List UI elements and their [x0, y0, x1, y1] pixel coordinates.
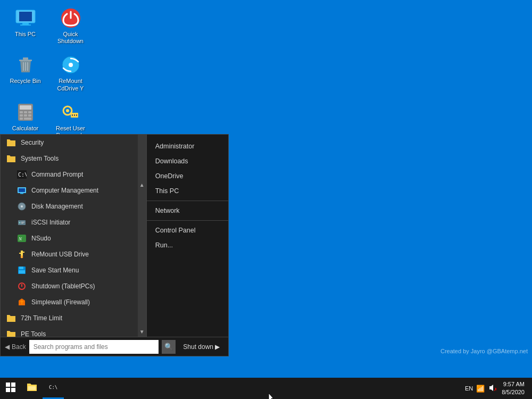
- svg-rect-38: [21, 223, 23, 223]
- search-icon: 🔍: [164, 343, 173, 351]
- start-menu-right-panel: Administrator Downloads OneDrive This PC…: [146, 135, 228, 337]
- remount-cddrive-label: ReMountCdDrive Y: [57, 78, 84, 92]
- recycle-bin-label: Recycle Bin: [10, 78, 40, 85]
- menu-item-nsudo[interactable]: N NSudo: [1, 230, 138, 246]
- usb-icon: [16, 249, 27, 260]
- desktop-icon-recycle-bin[interactable]: Recycle Bin: [5, 52, 45, 94]
- shutdown-icon: [16, 281, 27, 292]
- shutdown-arrow-icon: ▶: [215, 343, 220, 351]
- desktop-icon-remount-cddrive[interactable]: ReMountCdDrive Y: [51, 52, 90, 94]
- menu-item-computer-management[interactable]: Computer Management: [1, 182, 138, 198]
- menu-item-command-prompt[interactable]: C:\ Command Prompt: [1, 167, 138, 182]
- menu-item-simplewall[interactable]: Simplewall (Firewall): [1, 294, 138, 310]
- svg-rect-13: [20, 105, 31, 110]
- cmd-taskbar-icon: C:\: [48, 382, 59, 394]
- menu-item-security[interactable]: Security: [1, 135, 138, 151]
- svg-rect-3: [20, 24, 31, 26]
- svg-rect-37: [21, 222, 24, 222]
- svg-rect-41: [21, 251, 23, 256]
- language-icon[interactable]: EN: [465, 385, 473, 392]
- taskbar-clock[interactable]: 9:57 AM 8/5/2020: [498, 380, 528, 397]
- scroll-up-btn[interactable]: ▲: [138, 135, 146, 235]
- right-item-administrator[interactable]: Administrator: [147, 139, 228, 154]
- taskbar: C:\ EN 📶 ✗ 9:57 AM 8/5/2020: [0, 378, 532, 399]
- taskbar-right: EN 📶 ✗ 9:57 AM 8/5/2020: [465, 380, 532, 397]
- menu-item-72h[interactable]: 72h Time Limit: [1, 310, 138, 326]
- search-input[interactable]: [29, 340, 159, 354]
- svg-text:✗: ✗: [494, 387, 496, 392]
- svg-rect-50: [6, 383, 10, 387]
- svg-point-34: [21, 205, 23, 207]
- svg-rect-43: [19, 253, 21, 254]
- clock-date: 8/5/2020: [502, 388, 525, 396]
- back-arrow-icon: ◀: [5, 343, 10, 351]
- scroll-bar: ▲ ▼: [138, 135, 146, 337]
- remount-cddrive-icon: [60, 54, 81, 76]
- this-pc-label: This PC: [15, 31, 36, 38]
- svg-rect-5: [19, 60, 32, 61]
- right-item-network[interactable]: Network: [147, 203, 228, 218]
- svg-rect-52: [6, 388, 10, 392]
- menu-item-pe-tools[interactable]: PE Tools: [1, 326, 138, 337]
- right-item-onedrive[interactable]: OneDrive: [147, 169, 228, 184]
- cmd-icon: C:\: [16, 169, 27, 180]
- save-icon: [16, 265, 27, 276]
- right-item-this-pc[interactable]: This PC: [147, 184, 228, 198]
- right-item-control-panel[interactable]: Control Panel: [147, 223, 228, 238]
- right-item-run[interactable]: Run...: [147, 238, 228, 253]
- right-item-downloads[interactable]: Downloads: [147, 154, 228, 169]
- calculator-icon: [15, 102, 36, 123]
- svg-text:N: N: [18, 236, 22, 242]
- folder-icon-security: [6, 137, 16, 148]
- start-menu: Security System Tools: [0, 134, 229, 356]
- start-menu-bottom: ◀ Back 🔍 Shut down ▶: [1, 337, 228, 356]
- scroll-down-btn[interactable]: ▼: [138, 235, 146, 337]
- menu-item-system-tools[interactable]: System Tools: [1, 151, 138, 167]
- svg-point-42: [21, 256, 23, 258]
- menu-item-shutdown-tabletpcs[interactable]: Shutdown (TabletPCs): [1, 278, 138, 294]
- svg-rect-6: [23, 57, 28, 60]
- svg-rect-18: [24, 114, 27, 117]
- svg-rect-31: [19, 188, 25, 192]
- network-taskbar-icon[interactable]: 📶: [476, 385, 485, 393]
- quick-shutdown-label: Quick Shutdown: [53, 31, 88, 45]
- svg-rect-2: [22, 23, 29, 24]
- desktop-icon-quick-shutdown[interactable]: Quick Shutdown: [51, 5, 90, 47]
- back-button[interactable]: ◀ Back: [5, 343, 26, 351]
- nsudo-icon: N: [16, 233, 27, 244]
- folder-icon-pe-tools: [6, 329, 16, 337]
- svg-rect-51: [11, 383, 15, 387]
- desktop: This PC Quick Shutdown: [0, 0, 532, 378]
- svg-rect-54: [28, 386, 36, 390]
- svg-point-11: [69, 63, 73, 67]
- svg-rect-14: [20, 111, 23, 113]
- folder-icon-system-tools: [6, 153, 16, 164]
- svg-rect-17: [20, 114, 23, 117]
- taskbar-cmd[interactable]: C:\: [43, 378, 64, 399]
- svg-text:C:\: C:\: [49, 385, 57, 390]
- menu-item-save-start-menu[interactable]: Save Start Menu: [1, 262, 138, 278]
- right-divider-1: [147, 201, 228, 201]
- start-button[interactable]: [0, 378, 21, 399]
- clock-time: 9:57 AM: [502, 380, 525, 388]
- svg-rect-32: [20, 193, 23, 194]
- speaker-icon[interactable]: ✗: [488, 384, 496, 394]
- menu-item-disk-management[interactable]: Disk Management: [1, 198, 138, 214]
- taskbar-file-explorer[interactable]: [21, 378, 43, 399]
- menu-item-iscsi[interactable]: iSCSI Initiator: [1, 214, 138, 230]
- shutdown-button[interactable]: Shut down ▶: [179, 342, 224, 352]
- taskbar-system-icons: EN 📶 ✗: [465, 384, 496, 394]
- svg-rect-1: [19, 12, 32, 21]
- start-menu-list: Security System Tools: [1, 135, 138, 337]
- computer-mgmt-icon: [16, 185, 27, 196]
- svg-text:C:\: C:\: [18, 172, 27, 178]
- menu-item-remount-usb[interactable]: ReMount USB Drive: [1, 246, 138, 262]
- firewall-icon: [16, 297, 27, 307]
- desktop-icon-this-pc[interactable]: This PC: [5, 5, 45, 47]
- quick-shutdown-icon: [60, 7, 81, 29]
- recycle-bin-icon: [15, 54, 36, 76]
- svg-point-36: [19, 222, 21, 223]
- start-menu-left-panel: Security System Tools: [1, 135, 146, 337]
- search-button[interactable]: 🔍: [162, 340, 176, 354]
- disk-mgmt-icon: [16, 201, 27, 212]
